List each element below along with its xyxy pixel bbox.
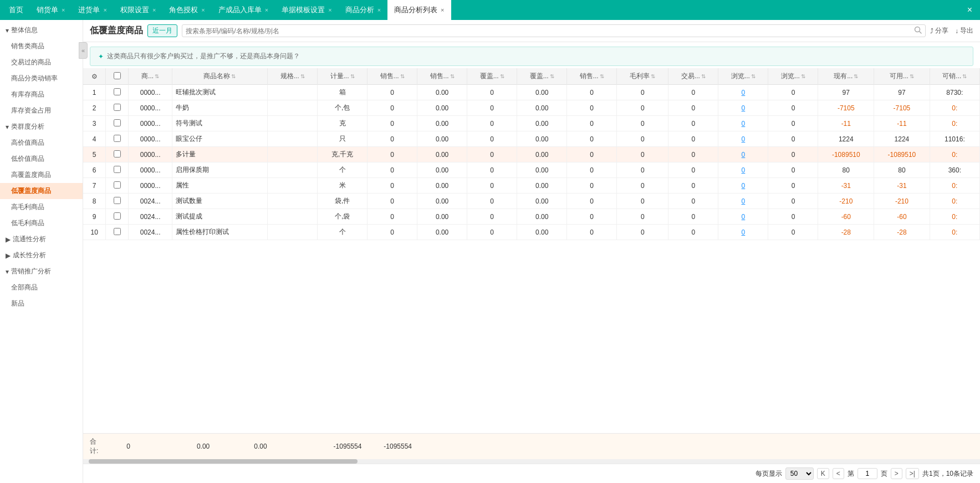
sidebar-item-sales-goods[interactable]: 销售类商品 bbox=[0, 38, 83, 54]
row-view1[interactable]: 0 bbox=[718, 85, 768, 100]
sidebar-item-low-value[interactable]: 低价值商品 bbox=[0, 151, 83, 167]
row-cover2: 0.00 bbox=[517, 100, 567, 116]
nav-tab-template[interactable]: 单据模板设置 × bbox=[275, 0, 338, 20]
sidebar-item-high-gross[interactable]: 高毛利商品 bbox=[0, 199, 83, 215]
prev-page-button[interactable]: < bbox=[833, 468, 844, 479]
filter-period-button[interactable]: 近一月 bbox=[147, 24, 177, 37]
sidebar-item-low-gross[interactable]: 低毛利商品 bbox=[0, 215, 83, 231]
row-cover1: 0 bbox=[467, 209, 517, 225]
select-all-checkbox[interactable] bbox=[114, 72, 121, 79]
nav-tab-permission-close[interactable]: × bbox=[152, 7, 156, 13]
horizontal-scrollbar[interactable] bbox=[83, 459, 980, 464]
sidebar-item-high-coverage[interactable]: 高覆盖度商品 bbox=[0, 167, 83, 183]
col-code[interactable]: 商...⇅ bbox=[129, 68, 172, 85]
col-sales-amount[interactable]: 销售...⇅ bbox=[417, 68, 467, 85]
col-available-stock[interactable]: 可用...⇅ bbox=[874, 68, 930, 85]
row-checkbox[interactable] bbox=[106, 116, 129, 131]
row-view1[interactable]: 0 bbox=[718, 162, 768, 178]
sidebar-item-high-value[interactable]: 高价值商品 bbox=[0, 135, 83, 151]
row-view1[interactable]: 0 bbox=[718, 194, 768, 209]
nav-tab-analysis-list-close[interactable]: × bbox=[441, 7, 444, 13]
export-button[interactable]: ↓ 导出 bbox=[955, 26, 973, 35]
nav-tab-permission-label: 权限设置 bbox=[120, 5, 149, 15]
nav-tab-purchase-close[interactable]: × bbox=[103, 7, 106, 13]
row-view1[interactable]: 0 bbox=[718, 225, 768, 240]
sidebar-section-overall[interactable]: ▾ 整体信息 bbox=[0, 22, 83, 38]
row-checkbox[interactable] bbox=[106, 100, 129, 116]
col-cover2[interactable]: 覆盖...⇅ bbox=[517, 68, 567, 85]
col-trade[interactable]: 交易...⇅ bbox=[668, 68, 718, 85]
sidebar-item-new-goods[interactable]: 新品 bbox=[0, 296, 83, 312]
row-checkbox[interactable] bbox=[106, 162, 129, 178]
sidebar-section-flow[interactable]: ▶ 流通性分析 bbox=[0, 231, 83, 247]
nav-tab-template-close[interactable]: × bbox=[328, 7, 331, 13]
col-sellable[interactable]: 可销...⇅ bbox=[930, 68, 979, 85]
row-view1[interactable]: 0 bbox=[718, 131, 768, 147]
row-checkbox[interactable] bbox=[106, 225, 129, 240]
nav-tab-analysis-list[interactable]: 商品分析列表 × bbox=[387, 0, 451, 20]
col-sales-last[interactable]: 销售...⇅ bbox=[567, 68, 617, 85]
row-current-stock: -1089510 bbox=[818, 147, 874, 162]
row-checkbox[interactable] bbox=[106, 178, 129, 194]
nav-close-all-button[interactable]: × bbox=[962, 5, 978, 15]
col-unit[interactable]: 计量...⇅ bbox=[318, 68, 368, 85]
col-settings[interactable]: ⚙ bbox=[83, 68, 106, 85]
col-cover1[interactable]: 覆盖...⇅ bbox=[467, 68, 517, 85]
sidebar-section-growth[interactable]: ▶ 成长性分析 bbox=[0, 247, 83, 263]
nav-tab-role[interactable]: 角色授权 × bbox=[162, 0, 211, 20]
sidebar-section-group[interactable]: ▾ 类群度分析 bbox=[0, 119, 83, 135]
row-checkbox[interactable] bbox=[106, 131, 129, 147]
nav-tab-sales-close[interactable]: × bbox=[62, 7, 65, 13]
page-number-input[interactable] bbox=[858, 468, 877, 479]
first-page-button[interactable]: K bbox=[817, 468, 829, 479]
sidebar-collapse-button[interactable]: « bbox=[79, 42, 88, 59]
nav-tab-home[interactable]: 首页 bbox=[2, 0, 30, 20]
export-icon: ↓ bbox=[955, 27, 958, 35]
pagination-bar: 每页显示 50 100 200 K < 第 页 > >| 共1页，10条记录 bbox=[83, 464, 980, 483]
col-sales-count[interactable]: 销售...⇅ bbox=[368, 68, 417, 85]
sidebar-item-traded-goods[interactable]: 交易过的商品 bbox=[0, 54, 83, 70]
nav-tab-product-in[interactable]: 产成品入库单 × bbox=[212, 0, 275, 20]
row-view1[interactable]: 0 bbox=[718, 178, 768, 194]
search-input[interactable] bbox=[186, 27, 912, 35]
nav-tab-permission[interactable]: 权限设置 × bbox=[114, 0, 162, 20]
col-spec[interactable]: 规格...⇅ bbox=[268, 68, 318, 85]
col-current-stock[interactable]: 现有...⇅ bbox=[818, 68, 874, 85]
row-checkbox[interactable] bbox=[106, 147, 129, 162]
col-gross-rate[interactable]: 毛利率⇅ bbox=[617, 68, 668, 85]
nav-tab-analysis-close[interactable]: × bbox=[377, 7, 381, 13]
row-current-stock: -7105 bbox=[818, 100, 874, 116]
sidebar-section-marketing[interactable]: ▾ 营销推广分析 bbox=[0, 263, 83, 279]
row-sales-last: 0 bbox=[567, 116, 617, 131]
nav-tab-product-in-close[interactable]: × bbox=[265, 7, 268, 13]
next-page-button[interactable]: > bbox=[891, 468, 902, 479]
search-box bbox=[182, 24, 926, 37]
col-view1[interactable]: 浏览...⇅ bbox=[718, 68, 768, 85]
row-sellable: 0: bbox=[930, 147, 979, 162]
row-checkbox[interactable] bbox=[106, 209, 129, 225]
sidebar-item-stock-goods[interactable]: 有库存商品 bbox=[0, 87, 83, 103]
share-button[interactable]: ⤴ 分享 bbox=[930, 26, 948, 35]
row-view1[interactable]: 0 bbox=[718, 147, 768, 162]
page-size-select[interactable]: 50 100 200 bbox=[785, 467, 814, 480]
row-checkbox[interactable] bbox=[106, 194, 129, 209]
nav-tab-role-close[interactable]: × bbox=[201, 7, 205, 13]
last-page-button[interactable]: >| bbox=[906, 468, 919, 479]
sidebar-item-all-goods[interactable]: 全部商品 bbox=[0, 279, 83, 296]
search-icon[interactable] bbox=[914, 26, 922, 35]
sidebar-item-stock-capital[interactable]: 库存资金占用 bbox=[0, 103, 83, 119]
row-unit: 个,包 bbox=[318, 100, 368, 116]
sidebar-item-low-coverage[interactable]: 低覆盖度商品 bbox=[0, 183, 83, 199]
nav-tab-purchase[interactable]: 进货单 × bbox=[72, 0, 113, 20]
nav-tab-product-in-label: 产成品入库单 bbox=[218, 5, 262, 15]
nav-tab-analysis[interactable]: 商品分析 × bbox=[339, 0, 387, 20]
row-view1[interactable]: 0 bbox=[718, 116, 768, 131]
col-view2[interactable]: 浏览...⇅ bbox=[768, 68, 818, 85]
sidebar-item-category-rate[interactable]: 商品分类动销率 bbox=[0, 70, 83, 87]
row-view1[interactable]: 0 bbox=[718, 100, 768, 116]
row-view1[interactable]: 0 bbox=[718, 209, 768, 225]
row-sellable: 0: bbox=[930, 116, 979, 131]
col-name[interactable]: 商品名称⇅ bbox=[172, 68, 267, 85]
nav-tab-sales[interactable]: 销货单 × bbox=[30, 0, 72, 20]
row-checkbox[interactable] bbox=[106, 85, 129, 100]
